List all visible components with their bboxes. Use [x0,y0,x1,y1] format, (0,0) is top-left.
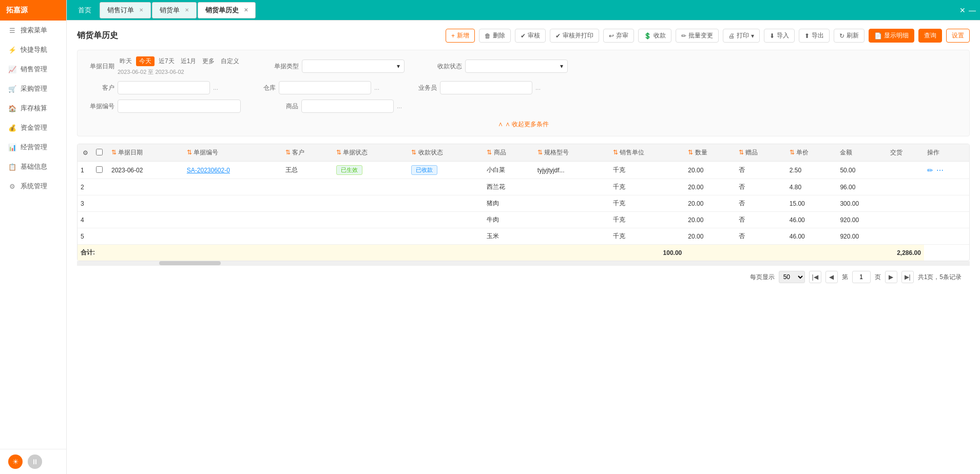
tab-sales-goods[interactable]: 销货单 ✕ [152,2,197,18]
scrollbar-area[interactable] [77,261,970,265]
collapse-row[interactable]: ∧ ∧ 收起更多条件 [86,118,961,130]
delete-button[interactable]: 🗑 删除 [479,29,511,43]
shortcut-1month[interactable]: 近1月 [179,56,199,66]
first-page-button[interactable]: |◀ [809,271,821,283]
col-collect-status-icon[interactable]: ⇅ [411,149,416,156]
shortcut-7days[interactable]: 近7天 [157,56,177,66]
col-price-icon[interactable]: ⇅ [790,149,795,156]
cell-checkbox[interactable] [93,195,108,212]
shortcut-custom[interactable]: 自定义 [219,56,241,66]
next-page-button[interactable]: ▶ [885,271,897,283]
abandon-button[interactable]: ↩ 弃审 [603,29,634,43]
per-page-select[interactable]: 20 50 100 200 [779,271,805,283]
sidebar-item-sales-mgmt[interactable]: 📈 销售管理 [0,60,66,79]
tab-sales-history-close[interactable]: ✕ [244,7,248,13]
sidebar-item-finance-mgmt[interactable]: 💰 资金管理 [0,118,66,137]
col-price: ⇅ 单价 [786,144,837,162]
col-goods-icon[interactable]: ⇅ [487,149,492,156]
tab-area-close[interactable]: ✕ [959,6,966,14]
batch-change-button[interactable]: ✏ 批量变更 [676,29,719,43]
shortcut-yesterday[interactable]: 昨天 [118,56,134,66]
cell-checkbox[interactable] [93,228,108,245]
sidebar-item-purchase-mgmt[interactable]: 🛒 采购管理 [0,79,66,98]
col-doc-status-icon[interactable]: ⇅ [336,149,341,156]
cell-idx: 1 [78,162,93,179]
col-checkbox[interactable] [93,144,108,162]
goods-ellipsis[interactable]: ... [397,103,402,110]
doc-no-link[interactable]: SA-20230602-0 [187,167,230,174]
cell-checkbox[interactable] [93,212,108,228]
sidebar-item-quick-nav[interactable]: ⚡ 快捷导航 [0,40,66,60]
customer-ellipsis[interactable]: ... [213,84,218,91]
tab-sales-goods-close[interactable]: ✕ [185,7,189,13]
cell-action [924,228,969,245]
sidebar-bottom-btn1[interactable]: ☀ [8,455,23,469]
audit-button[interactable]: ✔ 审核 [515,29,546,43]
sidebar-bottom-btn2[interactable]: ⏸ [28,455,42,469]
sidebar-item-inventory[interactable]: 🏠 库存核算 [0,98,66,118]
col-date-icon[interactable]: ⇅ [111,149,117,156]
goods-input[interactable] [301,100,394,113]
table-row: 5 玉米 千克 20.00 否 46.00 920.00 [78,228,969,245]
cell-gift: 否 [736,228,786,245]
doc-no-input[interactable] [118,100,241,113]
cell-price: 46.00 [786,228,837,245]
tab-sales-history[interactable]: 销货单历史 ✕ [198,2,256,18]
staff-ellipsis[interactable]: ... [535,84,541,91]
col-doc-no-icon[interactable]: ⇅ [187,149,192,156]
show-detail-label: 显示明细 [884,31,909,40]
tab-home[interactable]: 首页 [71,2,99,18]
tab-home-label: 首页 [78,6,91,15]
sidebar-item-sys-mgmt[interactable]: ⚙ 系统管理 [0,176,66,196]
col-unit-icon[interactable]: ⇅ [613,149,618,156]
sidebar-item-search-menu[interactable]: ☰ 搜索菜单 [0,21,66,40]
col-customer-icon[interactable]: ⇅ [285,149,291,156]
total-qty: 100.00 [663,249,682,256]
page-number-input[interactable] [852,271,871,283]
col-qty-icon[interactable]: ⇅ [688,149,693,156]
query-button[interactable]: 查询 [918,29,942,43]
sidebar-item-ops-mgmt[interactable]: 📊 经营管理 [0,137,66,157]
cell-delivery [887,179,924,195]
cell-qty: 20.00 [685,212,736,228]
col-spec-icon[interactable]: ⇅ [537,149,543,156]
tab-sales-order-close[interactable]: ✕ [139,7,143,13]
collect-button[interactable]: 💲 收款 [638,29,671,43]
cell-unit: 千克 [610,195,685,212]
shortcut-more[interactable]: 更多 [200,56,217,66]
search-menu-icon: ☰ [8,26,16,34]
warehouse-ellipsis[interactable]: ... [374,84,379,91]
print-button[interactable]: 🖨 打印 ▾ [723,29,760,43]
collect-status-select[interactable]: ▾ [465,60,568,73]
last-page-button[interactable]: ▶| [901,271,914,283]
row-checkbox[interactable] [96,166,103,173]
import-button[interactable]: ⬇ 导入 [764,29,795,43]
show-detail-button[interactable]: 📄 显示明细 [869,29,914,43]
staff-label: 业务员 [408,84,437,92]
col-settings[interactable]: ⚙ [78,144,93,162]
prev-page-button[interactable]: ◀ [825,271,838,283]
tab-sales-order[interactable]: 销售订单 ✕ [100,2,151,18]
cell-checkbox[interactable] [93,179,108,195]
sidebar-item-base-info[interactable]: 📋 基础信息 [0,157,66,176]
shortcut-today[interactable]: 今天 [136,56,155,66]
edit-action-icon[interactable]: ✏ [927,166,933,174]
scrollbar-thumb[interactable] [159,261,221,265]
table-settings-icon[interactable]: ⚙ [83,149,88,156]
cell-idx: 3 [78,195,93,212]
more-action-icon[interactable]: ⋯ [936,166,944,174]
refresh-button[interactable]: ↻ 刷新 [834,29,864,43]
audit-print-button[interactable]: ✔ 审核并打印 [550,29,599,43]
filter-doc-no: 单据编号 [86,100,241,113]
cell-checkbox[interactable] [93,162,108,179]
col-gift-icon[interactable]: ⇅ [739,149,744,156]
staff-input[interactable] [440,81,532,94]
customer-input[interactable] [118,81,210,94]
doc-type-select[interactable]: ▾ [302,60,405,73]
tab-area-minimize[interactable]: — [969,6,976,14]
settings-button[interactable]: 设置 [946,29,970,43]
warehouse-input[interactable] [279,81,371,94]
select-all-checkbox[interactable] [96,149,103,155]
add-button[interactable]: + 新增 [446,29,475,43]
export-button[interactable]: ⬆ 导出 [799,29,830,43]
